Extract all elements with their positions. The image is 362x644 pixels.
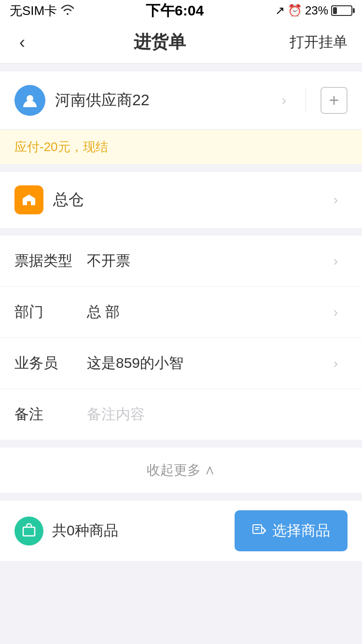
svg-rect-2 (23, 527, 35, 536)
salesman-chevron-icon: › (334, 356, 338, 371)
product-count-wrapper: 共0种商品 (14, 517, 118, 546)
alarm-icon: ⏰ (288, 4, 302, 17)
wifi-icon (61, 3, 74, 18)
remark-input[interactable]: 备注内容 (87, 405, 348, 424)
remark-row[interactable]: 备注 备注内容 (0, 389, 362, 440)
gray-background (0, 561, 362, 644)
status-right: ↗ ⏰ 23% (275, 4, 352, 17)
warehouse-card[interactable]: 总仓 › (0, 172, 362, 228)
supplier-avatar (14, 85, 45, 116)
form-card: 票据类型 不开票 › 部门 总 部 › 业务员 这是859的小智 › 备注 备注… (0, 236, 362, 440)
supplier-chevron-icon: › (282, 93, 286, 108)
warehouse-chevron-icon: › (334, 192, 338, 208)
salesman-label: 业务员 (14, 353, 77, 373)
department-label: 部门 (14, 302, 77, 322)
bottom-bar: 共0种商品 选择商品 (0, 501, 362, 561)
salesman-row[interactable]: 业务员 这是859的小智 › (0, 338, 362, 389)
select-product-button[interactable]: 选择商品 (235, 510, 348, 551)
collapse-button[interactable]: 收起更多 ∧ (0, 448, 362, 493)
invoice-type-label: 票据类型 (14, 251, 77, 271)
notice-text: 应付-20元，现结 (14, 140, 108, 154)
battery-percent: 23% (305, 4, 328, 17)
invoice-type-row[interactable]: 票据类型 不开票 › (0, 236, 362, 287)
product-count-text: 共0种商品 (52, 521, 118, 541)
invoice-type-value: 不开票 (87, 251, 334, 271)
select-product-icon (252, 523, 266, 539)
invoice-chevron-icon: › (334, 253, 338, 269)
add-supplier-button[interactable]: + (320, 87, 348, 114)
notice-bar: 应付-20元，现结 (0, 130, 362, 164)
open-pending-button[interactable]: 打开挂单 (290, 32, 348, 52)
salesman-value: 这是859的小智 (87, 353, 334, 373)
status-time: 下午6:04 (146, 1, 204, 21)
department-chevron-icon: › (334, 305, 338, 320)
department-row[interactable]: 部门 总 部 › (0, 287, 362, 338)
supplier-row[interactable]: 河南供应商22 › + (0, 71, 362, 130)
supplier-card: 河南供应商22 › + 应付-20元，现结 (0, 71, 362, 164)
content-area: 河南供应商22 › + 应付-20元，现结 总仓 › 票据类型 不开票 (0, 64, 362, 644)
supplier-divider (306, 89, 306, 112)
page-title: 进货单 (134, 30, 186, 54)
top-spacer (0, 64, 362, 71)
collapse-label: 收起更多 ∧ (147, 462, 216, 477)
warehouse-row[interactable]: 总仓 › (0, 172, 362, 228)
warehouse-name: 总仓 (53, 189, 334, 210)
remark-label: 备注 (14, 405, 77, 424)
carrier-text: 无SIM卡 (10, 2, 57, 19)
nav-bar: ‹ 进货单 打开挂单 (0, 21, 362, 64)
status-bar: 无SIM卡 下午6:04 ↗ ⏰ 23% (0, 0, 362, 21)
warehouse-icon (14, 185, 43, 214)
back-button[interactable]: ‹ (14, 28, 30, 57)
product-count-icon (14, 517, 43, 546)
battery-icon (331, 5, 352, 16)
location-icon: ↗ (275, 4, 285, 17)
battery-fill (333, 7, 337, 14)
svg-rect-1 (27, 201, 31, 205)
supplier-name: 河南供应商22 (55, 90, 282, 111)
status-left: 无SIM卡 (10, 2, 74, 19)
select-product-label: 选择商品 (272, 521, 330, 541)
department-value: 总 部 (87, 302, 334, 322)
